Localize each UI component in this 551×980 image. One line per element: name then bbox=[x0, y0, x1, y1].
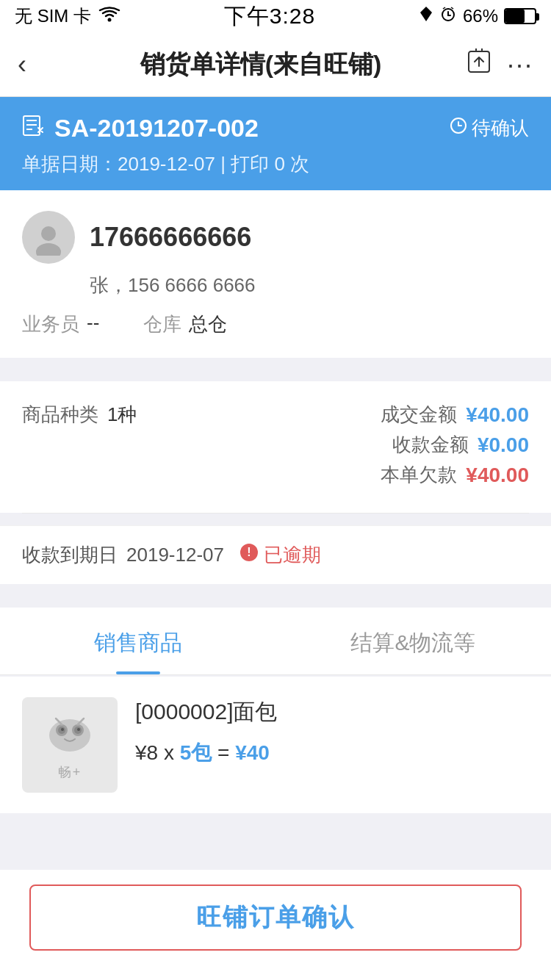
summary-right: 成交金额 ¥40.00 收款金额 ¥0.00 本单欠款 ¥40.00 bbox=[381, 402, 529, 492]
product-total: ¥40 bbox=[235, 741, 270, 764]
location-icon bbox=[419, 5, 433, 27]
nav-bar: ‹ 销货单详情(来自旺铺) ··· bbox=[0, 32, 551, 97]
order-meta: 单据日期：2019-12-07 | 打印 0 次 bbox=[22, 151, 529, 177]
owed-amount-value: ¥40.00 bbox=[466, 464, 529, 487]
product-count: 1种 bbox=[107, 402, 137, 428]
status-left: 无 SIM 卡 bbox=[15, 4, 120, 28]
received-amount-row: 收款金额 ¥0.00 bbox=[381, 432, 529, 458]
multiply-sign: x bbox=[164, 741, 174, 764]
svg-line-5 bbox=[451, 7, 453, 9]
summary-card: 商品种类 1种 成交金额 ¥40.00 收款金额 ¥0.00 本单欠款 ¥40.… bbox=[0, 381, 551, 513]
wifi-icon bbox=[98, 6, 120, 26]
divider-2 bbox=[0, 584, 551, 596]
order-banner: SA-20191207-002 待确认 单据日期：2019-12-07 | 打印… bbox=[0, 97, 551, 190]
warehouse-label: 仓库 bbox=[143, 311, 181, 337]
due-date-label: 收款到期日 bbox=[22, 542, 118, 568]
brand-text: 畅+ bbox=[58, 763, 82, 781]
tabs-row: 销售商品 结算&物流等 bbox=[0, 608, 551, 674]
product-card: 畅+ [0000002]面包 ¥8 x 5包 = ¥40 bbox=[0, 677, 551, 813]
salesperson-item: 业务员 -- bbox=[22, 311, 99, 337]
invoice-icon bbox=[22, 113, 46, 143]
back-button[interactable]: ‹ bbox=[18, 49, 62, 80]
overdue-text: 已逾期 bbox=[264, 542, 321, 568]
svg-point-24 bbox=[77, 728, 80, 731]
alarm-icon bbox=[439, 5, 457, 27]
svg-line-4 bbox=[443, 7, 445, 9]
bottom-bar: 旺铺订单确认 bbox=[0, 870, 551, 980]
clock-icon bbox=[450, 117, 467, 140]
divider-1 bbox=[0, 358, 551, 370]
svg-point-18 bbox=[49, 719, 90, 752]
customer-top: 17666666666 bbox=[22, 211, 529, 264]
page-title: 销货单详情(来自旺铺) bbox=[62, 48, 460, 82]
customer-phone: 17666666666 bbox=[90, 222, 251, 253]
warehouse-value: 总仓 bbox=[189, 311, 227, 337]
product-qty: 5包 bbox=[180, 741, 212, 764]
customer-card: 17666666666 张，156 6666 6666 业务员 -- 仓库 总仓 bbox=[0, 190, 551, 358]
nav-actions: ··· bbox=[460, 48, 533, 80]
battery-percent: 66% bbox=[463, 6, 498, 26]
svg-point-0 bbox=[108, 18, 112, 22]
tabs-container: 销售商品 结算&物流等 bbox=[0, 608, 551, 675]
summary-left: 商品种类 1种 bbox=[22, 402, 137, 428]
deal-amount-value: ¥40.00 bbox=[466, 403, 529, 427]
customer-meta: 业务员 -- 仓库 总仓 bbox=[22, 309, 529, 337]
product-name: [0000002]面包 bbox=[135, 697, 529, 727]
order-banner-top: SA-20191207-002 待确认 bbox=[22, 113, 529, 143]
equals-sign: = bbox=[217, 741, 229, 764]
product-price: ¥8 x 5包 = ¥40 bbox=[135, 739, 529, 767]
product-info: [0000002]面包 ¥8 x 5包 = ¥40 bbox=[135, 697, 529, 767]
warehouse-item: 仓库 总仓 bbox=[143, 311, 227, 337]
deal-amount-row: 成交金额 ¥40.00 bbox=[381, 402, 529, 428]
more-icon[interactable]: ··· bbox=[507, 49, 533, 80]
order-status: 待确认 bbox=[450, 115, 529, 141]
customer-name: 张，156 6666 6666 bbox=[90, 273, 529, 298]
battery-icon bbox=[504, 8, 536, 24]
overdue-badge: ! 已逾期 bbox=[239, 542, 321, 568]
salesperson-label: 业务员 bbox=[22, 311, 79, 337]
owed-amount-label: 本单欠款 bbox=[381, 462, 457, 488]
warning-icon: ! bbox=[239, 542, 259, 568]
product-thumbnail: 畅+ bbox=[22, 697, 118, 793]
summary-row: 商品种类 1种 成交金额 ¥40.00 收款金额 ¥0.00 本单欠款 ¥40.… bbox=[22, 402, 529, 492]
svg-point-15 bbox=[36, 243, 61, 256]
svg-point-14 bbox=[41, 226, 56, 241]
svg-point-23 bbox=[61, 728, 64, 731]
tab-sales-product[interactable]: 销售商品 bbox=[0, 608, 276, 674]
status-right: 66% bbox=[419, 5, 536, 27]
product-types-label: 商品种类 bbox=[22, 402, 98, 428]
tab-settlement[interactable]: 结算&物流等 bbox=[276, 608, 551, 674]
thin-divider bbox=[22, 513, 529, 514]
confirm-order-button[interactable]: 旺铺订单确认 bbox=[29, 884, 522, 951]
owed-amount-row: 本单欠款 ¥40.00 bbox=[381, 462, 529, 488]
received-amount-value: ¥0.00 bbox=[478, 433, 529, 457]
carrier-text: 无 SIM 卡 bbox=[15, 4, 91, 28]
order-id: SA-20191207-002 bbox=[22, 113, 259, 143]
avatar bbox=[22, 211, 75, 264]
price-unit: ¥8 bbox=[135, 741, 158, 764]
status-bar: 无 SIM 卡 下午3:28 66% bbox=[0, 0, 551, 32]
owl-icon bbox=[44, 710, 96, 760]
deal-amount-label: 成交金额 bbox=[381, 402, 457, 428]
due-date-card: 收款到期日 2019-12-07 ! 已逾期 bbox=[0, 525, 551, 584]
status-time: 下午3:28 bbox=[224, 1, 315, 32]
svg-text:!: ! bbox=[247, 546, 251, 558]
share-icon[interactable] bbox=[466, 48, 492, 80]
due-date-value: 2019-12-07 bbox=[126, 544, 224, 566]
received-amount-label: 收款金额 bbox=[392, 432, 469, 458]
salesperson-value: -- bbox=[87, 311, 99, 337]
